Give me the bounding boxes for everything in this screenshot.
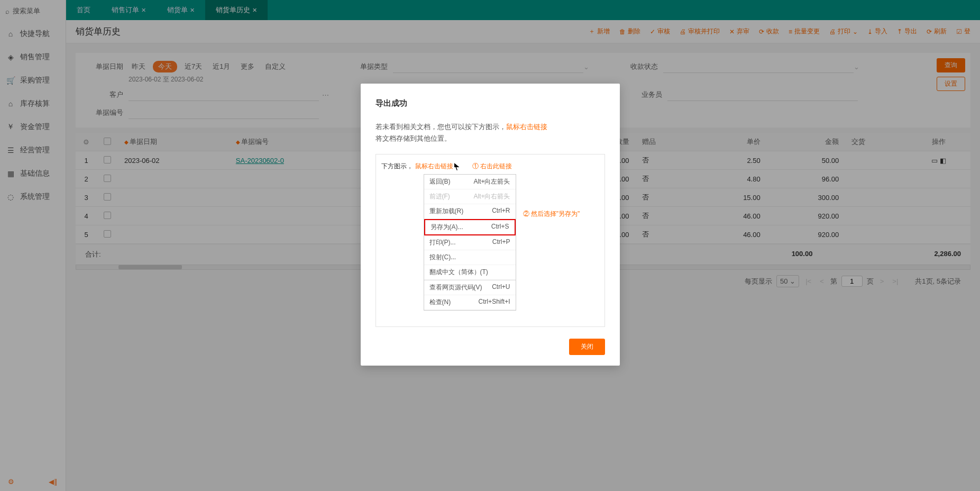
cursor-icon — [454, 163, 460, 170]
modal-text: 若未看到相关文档，您也可以按下方图示，鼠标右击链接 将文档存储到其他位置。 — [375, 121, 605, 144]
right-click-link[interactable]: 鼠标右击链接 — [506, 123, 547, 131]
export-success-modal: 导出成功 若未看到相关文档，您也可以按下方图示，鼠标右击链接 将文档存储到其他位… — [361, 84, 620, 366]
close-button[interactable]: 关闭 — [569, 339, 605, 355]
ctx-item: 翻成中文（简体）(T) — [424, 265, 516, 280]
ctx-item: 查看网页源代码(V)Ctrl+U — [424, 280, 516, 295]
context-menu-illustration: 返回(B)Alt+向左箭头前进(F)Alt+向右箭头重新加载(R)Ctrl+R另… — [424, 174, 516, 311]
modal-overlay[interactable]: 导出成功 若未看到相关文档，您也可以按下方图示，鼠标右击链接 将文档存储到其他位… — [0, 0, 980, 491]
ctx-item: 前进(F)Alt+向右箭头 — [424, 189, 516, 204]
guide-illustration: 下方图示， 鼠标右击链接 ① 右击此链接 返回(B)Alt+向左箭头前进(F)A… — [375, 154, 605, 327]
tip-1: ① 右击此链接 — [472, 162, 512, 171]
ctx-item: 重新加载(R)Ctrl+R — [424, 204, 516, 219]
tip-2: ② 然后选择"另存为" — [523, 210, 580, 219]
ctx-item: 打印(P)...Ctrl+P — [424, 235, 516, 250]
ctx-item: 投射(C)... — [424, 250, 516, 265]
ctx-item: 检查(N)Ctrl+Shift+I — [424, 295, 516, 310]
modal-title: 导出成功 — [375, 98, 605, 108]
ctx-item: 返回(B)Alt+向左箭头 — [424, 175, 516, 189]
ctx-item: 另存为(A)...Ctrl+S — [424, 219, 516, 235]
guide-link: 鼠标右击链接 — [415, 162, 453, 171]
